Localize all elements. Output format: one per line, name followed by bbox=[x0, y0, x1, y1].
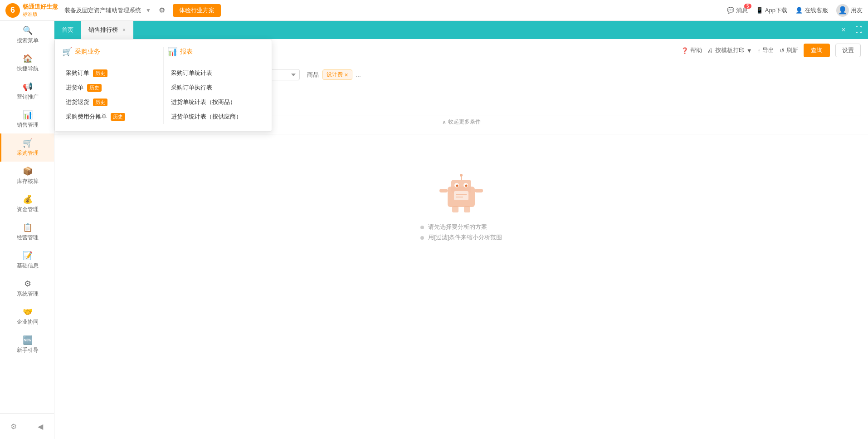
menu-purchase-order-exec-label: 采购订单执行表 bbox=[171, 84, 212, 92]
purchase-col-icon: 🛒 bbox=[62, 47, 72, 57]
menu-inbound-stats-supplier-label: 进货单统计表（按供应商） bbox=[171, 113, 242, 121]
menu-purchase-order-exec[interactable]: 采购订单执行表 bbox=[167, 80, 265, 95]
report-col-title-text: 报表 bbox=[180, 48, 193, 56]
menu-purchase-cost-badge: 历史 bbox=[111, 113, 125, 121]
menu-purchase-order-stats[interactable]: 采购订单统计表 bbox=[167, 66, 265, 80]
dropdown-col-purchase: 🛒 采购业务 采购订单 历史 进货单 历史 进货退货 历史 采购费用分摊单 历史 bbox=[62, 47, 164, 124]
menu-inbound-badge: 历史 bbox=[87, 84, 102, 92]
menu-purchase-order-badge: 历史 bbox=[93, 69, 107, 77]
dropdown-col-purchase-title: 🛒 采购业务 bbox=[62, 47, 160, 60]
menu-purchase-cost-label: 采购费用分摊单 bbox=[66, 113, 107, 121]
menu-inbound-return[interactable]: 进货退货 历史 bbox=[62, 95, 160, 109]
purchase-col-title-text: 采购业务 bbox=[75, 48, 100, 56]
menu-inbound-return-label: 进货退货 bbox=[66, 98, 89, 106]
dropdown-col-report: 📊 报表 采购订单统计表 采购订单执行表 进货单统计表（按商品） 进货单统计表（… bbox=[164, 47, 265, 124]
menu-inbound-label: 进货单 bbox=[66, 84, 83, 92]
menu-inbound[interactable]: 进货单 历史 bbox=[62, 80, 160, 95]
menu-inbound-stats-goods-label: 进货单统计表（按商品） bbox=[171, 98, 236, 106]
menu-inbound-stats-supplier[interactable]: 进货单统计表（按供应商） bbox=[167, 109, 265, 124]
dropdown-col-report-title: 📊 报表 bbox=[167, 47, 265, 60]
menu-purchase-cost[interactable]: 采购费用分摊单 历史 bbox=[62, 109, 160, 124]
menu-purchase-order[interactable]: 采购订单 历史 bbox=[62, 66, 160, 80]
menu-purchase-order-stats-label: 采购订单统计表 bbox=[171, 69, 212, 77]
purchase-dropdown-menu: 🛒 采购业务 采购订单 历史 进货单 历史 进货退货 历史 采购费用分摊单 历史 bbox=[54, 39, 272, 132]
menu-purchase-order-label: 采购订单 bbox=[66, 69, 89, 77]
dropdown-cols: 🛒 采购业务 采购订单 历史 进货单 历史 进货退货 历史 采购费用分摊单 历史 bbox=[62, 47, 264, 124]
report-col-icon: 📊 bbox=[167, 47, 177, 57]
menu-inbound-return-badge: 历史 bbox=[93, 99, 107, 106]
menu-inbound-stats-goods[interactable]: 进货单统计表（按商品） bbox=[167, 95, 265, 109]
